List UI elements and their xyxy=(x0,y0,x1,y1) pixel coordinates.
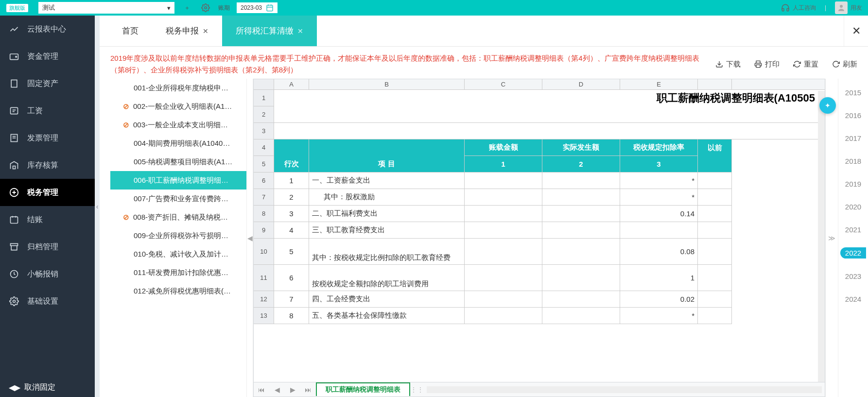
sheet-next-icon[interactable]: ▶ xyxy=(285,386,300,394)
row-header[interactable]: 11 xyxy=(254,265,274,291)
row-header[interactable]: 12 xyxy=(254,291,274,308)
cell-rate[interactable]: 0.08 xyxy=(620,239,698,265)
vertical-scrollbar[interactable] xyxy=(818,91,825,382)
row-header[interactable]: 13 xyxy=(254,308,274,324)
row-header[interactable]: 7 xyxy=(254,189,274,206)
sheet-last-icon[interactable]: ⏭ xyxy=(300,386,316,394)
cell-rate[interactable]: 0.02 xyxy=(620,291,698,308)
year-2020[interactable]: 2020 xyxy=(842,202,864,212)
col-header-E[interactable]: E xyxy=(620,79,698,89)
col-header-A[interactable]: A xyxy=(274,79,309,89)
cell-seq[interactable]: 3 xyxy=(274,206,309,222)
print-button[interactable]: 打印 xyxy=(754,60,780,69)
row-header[interactable]: 5 xyxy=(254,156,274,173)
year-2023[interactable]: 2023 xyxy=(842,271,864,281)
sidebar-item-invoice[interactable]: 发票管理 xyxy=(0,124,95,152)
cell-amount[interactable] xyxy=(465,173,542,189)
report-nav-item[interactable]: 001-企业所得税年度纳税申… xyxy=(110,79,246,97)
report-nav-item[interactable]: 005-纳税调整项目明细表(A1… xyxy=(110,153,246,171)
row-header[interactable]: 10 xyxy=(254,239,274,265)
sidebar-item-tax[interactable]: 税务管理 xyxy=(0,179,95,206)
sidebar-item-close-period[interactable]: 结账 xyxy=(0,206,95,233)
cell-item[interactable]: 按税收规定全额扣除的职工培训费用 xyxy=(309,265,465,291)
cell-actual[interactable] xyxy=(542,189,620,206)
select-all-corner[interactable] xyxy=(254,79,274,89)
support-link[interactable]: 人工咨询 xyxy=(781,3,816,12)
year-2022[interactable]: 2022 xyxy=(840,247,866,259)
period-picker[interactable]: 2023-03 xyxy=(237,2,278,13)
sidebar-item-warehouse[interactable]: 库存核算 xyxy=(0,152,95,179)
company-select[interactable]: 测试 ▾ xyxy=(38,2,174,14)
report-nav-item[interactable]: 012-减免所得税优惠明细表(… xyxy=(110,282,246,300)
cell-actual[interactable] xyxy=(542,239,620,265)
sidebar-item-settings[interactable]: 基础设置 xyxy=(0,288,95,315)
year-2016[interactable]: 2016 xyxy=(842,110,864,121)
refresh-button[interactable]: 刷新 xyxy=(832,60,857,69)
sidebar-item-payroll[interactable]: 工资 xyxy=(0,97,95,124)
cell-seq[interactable]: 1 xyxy=(274,173,309,189)
report-nav-item[interactable]: 007-广告费和业务宣传费跨… xyxy=(110,190,246,208)
sidebar-item-archive[interactable]: 归档管理 xyxy=(0,233,95,260)
cell-rate[interactable]: * xyxy=(620,308,698,324)
report-nav-item[interactable]: ⊘008-资产折旧、摊销及纳税… xyxy=(110,208,246,226)
col-header-B[interactable]: B xyxy=(309,79,465,89)
cell-item[interactable]: 一、工资薪金支出 xyxy=(309,173,465,189)
year-2018[interactable]: 2018 xyxy=(842,156,864,166)
cell-item[interactable]: 三、职工教育经费支出 xyxy=(309,222,465,239)
help-fab-button[interactable]: ✦ xyxy=(819,97,836,114)
cell-actual[interactable] xyxy=(542,291,620,308)
cell-item[interactable]: 四、工会经费支出 xyxy=(309,291,465,308)
report-nav-item[interactable]: 010-免税、减计收入及加计… xyxy=(110,245,246,263)
report-nav-item[interactable]: 006-职工薪酬纳税调整明细… xyxy=(110,171,246,190)
row-header[interactable]: 4 xyxy=(254,139,274,156)
reset-button[interactable]: 重置 xyxy=(793,60,818,69)
user-menu[interactable]: 用友 xyxy=(835,1,862,14)
cell-amount[interactable] xyxy=(465,308,542,324)
gear-icon[interactable] xyxy=(200,2,211,14)
tab-首页[interactable]: 首页 xyxy=(108,16,152,46)
cell-rate[interactable]: * xyxy=(620,173,698,189)
cell-item[interactable]: 二、职工福利费支出 xyxy=(309,206,465,222)
cell-rate[interactable] xyxy=(620,222,698,239)
tab-税务申报[interactable]: 税务申报✕ xyxy=(152,16,222,46)
cell-actual[interactable] xyxy=(542,265,620,291)
col-header-C[interactable]: C xyxy=(465,79,542,89)
report-nav-item[interactable]: 009-企业所得税弥补亏损明… xyxy=(110,226,246,245)
cell-actual[interactable] xyxy=(542,206,620,222)
sidebar-item-reimburse[interactable]: 小畅报销 xyxy=(0,260,95,288)
report-nav-item[interactable]: ⊘002-一般企业收入明细表(A1… xyxy=(110,97,246,116)
download-button[interactable]: 下载 xyxy=(715,60,741,69)
expand-panel-button[interactable]: ≫ xyxy=(825,79,838,397)
close-icon[interactable]: ✕ xyxy=(203,27,208,35)
row-header[interactable]: 8 xyxy=(254,206,274,222)
sheet-first-icon[interactable]: ⏮ xyxy=(254,386,269,394)
cell-rate[interactable]: * xyxy=(620,189,698,206)
cell-amount[interactable] xyxy=(465,206,542,222)
cell-item[interactable]: 其中：按税收规定比例扣除的职工教育经费 xyxy=(309,239,465,265)
sidebar-collapse-handle[interactable]: ‹ xyxy=(95,16,100,397)
report-nav-collapse-handle[interactable]: ◀ xyxy=(246,79,253,397)
tab-所得税汇算清缴[interactable]: 所得税汇算清缴✕ xyxy=(222,16,317,46)
row-header[interactable]: 1 xyxy=(254,90,274,106)
row-header[interactable]: 9 xyxy=(254,222,274,239)
col-header-F[interactable] xyxy=(698,79,732,89)
cell-seq[interactable]: 6 xyxy=(274,265,309,291)
row-header[interactable]: 2 xyxy=(254,106,274,123)
year-2021[interactable]: 2021 xyxy=(842,224,864,235)
horizontal-scrollbar[interactable] xyxy=(427,386,822,393)
cell-seq[interactable]: 2 xyxy=(274,189,309,206)
report-nav-item[interactable]: ⊘003-一般企业成本支出明细… xyxy=(110,116,246,134)
sidebar-item-building[interactable]: 固定资产 xyxy=(0,70,95,97)
year-2017[interactable]: 2017 xyxy=(842,133,864,143)
cell-rate[interactable]: 0.14 xyxy=(620,206,698,222)
sidebar-unpin-button[interactable]: ◀▶取消固定 xyxy=(0,378,95,397)
cell-actual[interactable] xyxy=(542,308,620,324)
row-header[interactable]: 3 xyxy=(254,123,274,139)
cell-seq[interactable]: 8 xyxy=(274,308,309,324)
plus-icon[interactable]: ＋ xyxy=(181,2,193,14)
cell-amount[interactable] xyxy=(465,189,542,206)
cell-amount[interactable] xyxy=(465,291,542,308)
report-nav-item[interactable]: 011-研发费用加计扣除优惠… xyxy=(110,263,246,282)
cell-actual[interactable] xyxy=(542,222,620,239)
sheet-prev-icon[interactable]: ◀ xyxy=(269,386,285,394)
